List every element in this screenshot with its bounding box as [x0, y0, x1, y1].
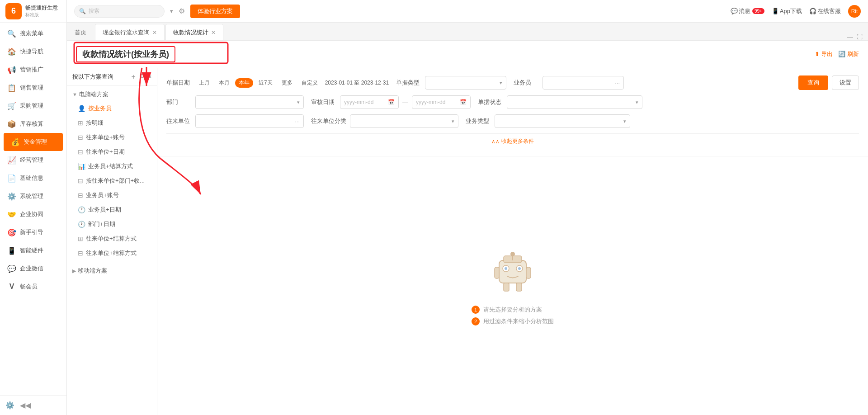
- scheme-item-partner-date[interactable]: ⊟ 往来单位+日期: [67, 145, 157, 159]
- app-download-btn[interactable]: 📱 App下载: [772, 7, 802, 15]
- query-btn[interactable]: 查询: [798, 75, 828, 90]
- audit-date-to[interactable]: yyyy-mm-dd 📅: [412, 95, 471, 109]
- tab-cashflow[interactable]: 现金银行流水查询 ✕: [95, 24, 165, 40]
- scheme-item-salesman-account[interactable]: ⊟ 业务员+账号: [67, 188, 157, 203]
- partner-category-filter: 往来单位分类 ▾: [311, 114, 458, 128]
- gear-icon[interactable]: ⚙: [179, 7, 185, 15]
- dropdown-arrow[interactable]: ▾: [170, 8, 173, 14]
- sidebar-item-sales[interactable]: 📋 销售管理: [0, 79, 66, 97]
- sidebar-item-marketing[interactable]: 📢 营销推广: [0, 61, 66, 79]
- setting-btn[interactable]: 设置: [832, 75, 859, 90]
- date-btn-this-month[interactable]: 本月: [215, 78, 233, 88]
- collapse-icon[interactable]: ◀◀: [20, 401, 31, 410]
- tab-receipt-label: 收款情况统计: [173, 28, 208, 37]
- sidebar-item-operation[interactable]: 📈 经营管理: [0, 151, 66, 169]
- setting-scheme-btn[interactable]: ⚙: [139, 73, 145, 81]
- sidebar-item-hardware[interactable]: 📱 智能硬件: [0, 241, 66, 259]
- sidebar-label-hardware: 智能硬件: [20, 246, 43, 255]
- audit-to-placeholder: yyyy-mm-dd: [416, 99, 445, 105]
- scheme-item-detail[interactable]: ⊞ 按明细: [67, 116, 157, 130]
- salesman-select[interactable]: ···: [542, 76, 624, 90]
- tab-cashflow-close[interactable]: ✕: [152, 29, 157, 36]
- tip-item-2: 2 用过滤条件来缩小分析范围: [472, 317, 554, 325]
- sidebar-item-basic[interactable]: 📄 基础信息: [0, 169, 66, 187]
- scheme-item-label-9: 往来单位+结算方式: [86, 235, 137, 243]
- tab-receipt-close[interactable]: ✕: [211, 29, 216, 36]
- tab-home-label: 首页: [75, 28, 86, 37]
- user-btn[interactable]: Rit: [848, 5, 861, 18]
- scheme-item-partner-account[interactable]: ⊟ 往来单位+账号: [67, 130, 157, 145]
- sidebar-item-member[interactable]: V 畅会员: [0, 278, 66, 296]
- date-filter: 单据日期 上月 本月 本年 近7天 更多 自定义 2023-01-01 至 20…: [166, 78, 389, 88]
- date-btn-this-year[interactable]: 本年: [235, 78, 253, 88]
- collapse-bar[interactable]: ∧∧ 收起更多条件: [166, 133, 859, 149]
- sidebar-label-system: 系统管理: [20, 192, 43, 200]
- trial-btn[interactable]: 体验行业方案: [190, 5, 240, 18]
- home-icon: 🏠: [7, 47, 16, 56]
- export-label: 导出: [821, 51, 833, 57]
- finance-icon: 💰: [11, 137, 20, 146]
- scheme-item-salesman-date[interactable]: 🕐 业务员+日期: [67, 203, 157, 217]
- filter-row-1: 单据日期 上月 本月 本年 近7天 更多 自定义 2023-01-01 至 20…: [166, 75, 859, 90]
- export-icon: ⬆: [815, 51, 820, 57]
- tab-home[interactable]: 首页: [67, 24, 94, 40]
- sidebar-label-wechat: 企业微信: [20, 264, 43, 273]
- tab-maximize-icon[interactable]: ⛶: [857, 33, 863, 40]
- sidebar-item-system[interactable]: ⚙️ 系统管理: [0, 187, 66, 205]
- biztype-select[interactable]: ▾: [495, 114, 630, 128]
- sidebar-label-quicknav: 快捷导航: [20, 47, 43, 56]
- settings-bottom-icon[interactable]: ⚙️: [5, 401, 14, 410]
- date-separator: —: [402, 99, 408, 106]
- sidebar-item-search[interactable]: 🔍 搜索菜单: [0, 24, 66, 42]
- date-btn-more[interactable]: 更多: [278, 78, 296, 88]
- docstatus-select[interactable]: ▾: [507, 95, 642, 109]
- date-btn-last-month[interactable]: 上月: [195, 78, 213, 88]
- tab-receipt[interactable]: 收款情况统计 ✕: [165, 24, 223, 40]
- sidebar-item-inventory[interactable]: 📦 库存核算: [0, 115, 66, 133]
- collapse-panel-btn[interactable]: «: [148, 73, 151, 81]
- sidebar-item-finance[interactable]: 💰 资金管理: [4, 133, 63, 151]
- date-btn-7days[interactable]: 近7天: [255, 78, 276, 88]
- scheme-item-partner-settle-1[interactable]: ⊞ 往来单位+结算方式: [67, 231, 157, 246]
- logo-icon: 6: [5, 3, 22, 19]
- dept-arrow: ▾: [297, 99, 300, 105]
- tab-minimize-icon[interactable]: —: [847, 33, 853, 40]
- logo-text: 畅捷通好生意 标准版: [25, 5, 58, 18]
- docstatus-label: 单据状态: [478, 98, 503, 106]
- inventory-icon: 📦: [7, 119, 16, 128]
- dept-select[interactable]: ▾: [195, 95, 304, 109]
- partner-select[interactable]: ···: [195, 114, 304, 128]
- pc-scheme-label: 电脑端方案: [79, 90, 108, 99]
- scheme-item-partner-dept[interactable]: ⊟ 按往来单位+部门+收...: [67, 174, 157, 188]
- doctype-select[interactable]: ▾: [425, 76, 506, 90]
- refresh-btn[interactable]: 🔄 刷新: [838, 50, 859, 58]
- date-btn-custom[interactable]: 自定义: [298, 78, 321, 88]
- sidebar-item-purchase[interactable]: 🛒 采购管理: [0, 97, 66, 115]
- scheme-item-label-5: 按往来单位+部门+收...: [86, 177, 145, 185]
- sidebar-item-quicknav[interactable]: 🏠 快捷导航: [0, 42, 66, 61]
- sidebar-item-guide[interactable]: 🎯 新手引导: [0, 223, 66, 241]
- hardware-icon: 📱: [7, 246, 16, 255]
- sidebar-item-company[interactable]: 🤝 企业协同: [0, 205, 66, 223]
- add-scheme-btn[interactable]: +: [131, 73, 135, 81]
- sidebar-item-wechat[interactable]: 💬 企业微信: [0, 259, 66, 278]
- scheme-item-salesman[interactable]: 👤 按业务员: [67, 101, 157, 116]
- message-btn[interactable]: 💬 消息 99+: [731, 7, 764, 15]
- operation-icon: 📈: [7, 156, 16, 165]
- table-icon-4: ⊟: [78, 250, 83, 257]
- sidebar-label-basic: 基础信息: [20, 174, 43, 182]
- collapse-label: 收起更多条件: [501, 137, 534, 145]
- scheme-item-salesman-settle[interactable]: 📊 业务员+结算方式: [67, 159, 157, 174]
- export-btn[interactable]: ⬆ 导出: [815, 50, 833, 58]
- scheme-item-dept-date[interactable]: 🕐 部门+日期: [67, 217, 157, 231]
- partner-category-select[interactable]: ▾: [350, 114, 458, 128]
- search-box[interactable]: 🔍 搜索: [74, 5, 165, 18]
- pc-scheme-title[interactable]: ▼ 电脑端方案: [67, 88, 157, 101]
- refresh-icon: 🔄: [838, 51, 845, 57]
- scheme-item-partner-settle-2[interactable]: ⊟ 往来单位+结算方式: [67, 246, 157, 260]
- dept-filter: 部门 ▾: [166, 95, 304, 109]
- audit-date-from[interactable]: yyyy-mm-dd 📅: [340, 95, 399, 109]
- salesman-filter: 业务员 ···: [514, 76, 624, 90]
- service-btn[interactable]: 🎧 在线客服: [809, 7, 841, 15]
- mobile-scheme-title[interactable]: ▶ 移动端方案: [67, 264, 157, 278]
